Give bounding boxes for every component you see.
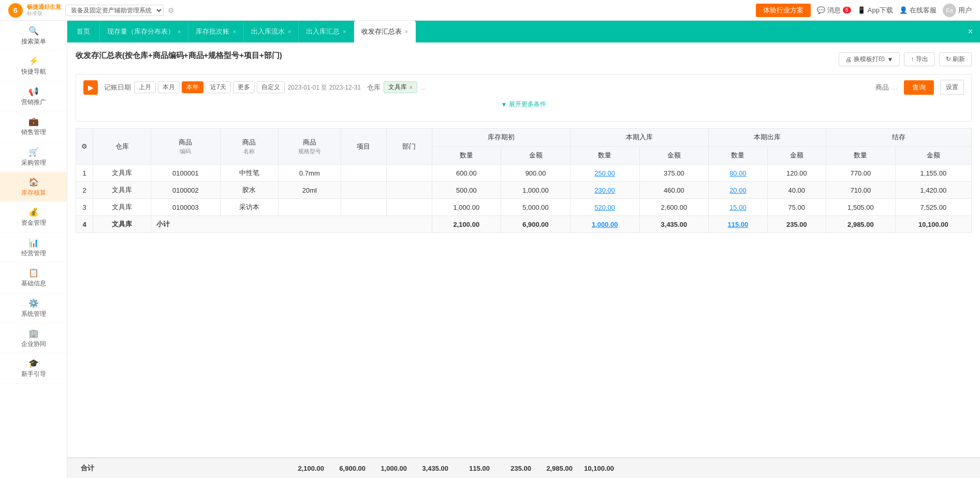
- tab-in-out-summary-close[interactable]: ×: [343, 28, 346, 35]
- data-table: ⚙ 仓库 商品编码 商品名称 商品规格型号 项目 部门 库存期初 本期入库 本期…: [76, 128, 972, 233]
- tab-recv-send-summary[interactable]: 收发存汇总表 ×: [354, 21, 416, 42]
- print-btn[interactable]: 🖨 换模板打印 ▼: [839, 52, 900, 66]
- goods-filter-dots[interactable]: ...: [892, 83, 898, 91]
- tab-in-out-summary[interactable]: 出入库汇总 ×: [299, 21, 354, 42]
- cell-in-amt: 460.00: [639, 182, 709, 199]
- warehouse-label: 仓库: [367, 83, 381, 92]
- sidebar-item-enterprise[interactable]: 🏢 企业协同: [0, 323, 67, 353]
- sidebar-item-quicknav[interactable]: ⚡ 快捷导航: [0, 51, 67, 81]
- cell-goods-code: 0100002: [151, 182, 221, 199]
- system-selector[interactable]: 装备及固定资产辅助管理系统: [65, 5, 164, 16]
- expand-conditions-btn[interactable]: ▼ 展开更多条件: [501, 100, 547, 109]
- table-row: 3 文具库 0100003 采访本 1,000.00 5,000.00 520.…: [76, 199, 972, 216]
- subtotal-balance-qty: 2,985.00: [826, 216, 896, 233]
- refresh-icon: ↻: [946, 55, 951, 63]
- tab-batch-accounts-close[interactable]: ×: [232, 28, 236, 35]
- settings-btn[interactable]: 设置: [940, 80, 964, 95]
- message-item[interactable]: 💬 消息 6: [817, 6, 851, 15]
- page-header-row: 收发存汇总表(按仓库+商品编码+商品+规格型号+项目+部门) 🖨 换模板打印 ▼…: [76, 51, 972, 68]
- date-btn-last-month[interactable]: 上月: [134, 81, 156, 93]
- date-filter-group: 记账日期 上月 本月 本年 近7天 更多 自定义 2023-01-01 至 20…: [104, 81, 361, 93]
- tab-bar-close-btn[interactable]: ×: [961, 27, 980, 36]
- tab-batch-accounts[interactable]: 库存批次账 ×: [188, 21, 243, 42]
- export-btn[interactable]: ↑ 导出: [904, 52, 934, 66]
- date-btn-more[interactable]: 更多: [233, 81, 255, 93]
- cell-balance-qty: 770.00: [826, 165, 896, 182]
- cell-in-qty[interactable]: 230.00: [570, 182, 639, 199]
- cell-opening-amt: 5,000.00: [501, 199, 571, 216]
- trial-btn[interactable]: 体验行业方案: [756, 4, 811, 17]
- cell-out-qty[interactable]: 15.00: [709, 199, 767, 216]
- print-label: 换模板打印: [854, 55, 885, 64]
- footer-balance-qty: 2,985.00: [531, 465, 573, 472]
- cell-no: 2: [76, 182, 93, 199]
- table-row: 2 文具库 0100002 胶水 20ml 500.00 1,000.00 23…: [76, 182, 972, 199]
- cell-in-qty[interactable]: 250.00: [570, 165, 639, 182]
- app-download-item[interactable]: 📱 App下载: [857, 6, 893, 15]
- sidebar-label-basic: 基础信息: [21, 280, 46, 287]
- date-btn-custom[interactable]: 自定义: [257, 81, 285, 93]
- cell-in-qty[interactable]: 520.00: [570, 199, 639, 216]
- message-label: 消息: [827, 6, 841, 15]
- th-goods-name: 商品名称: [220, 128, 278, 165]
- user-item[interactable]: Ea 用户: [943, 4, 972, 17]
- query-btn[interactable]: 查询: [904, 80, 934, 95]
- sidebar-item-basic[interactable]: 📋 基础信息: [0, 263, 67, 293]
- th-opening-qty: 数量: [432, 147, 501, 165]
- page-title: 收发存汇总表(按仓库+商品编码+商品+规格型号+项目+部门): [76, 51, 282, 61]
- sidebar-item-newbie[interactable]: 🎓 新手引导: [0, 353, 67, 383]
- sidebar-item-inventory[interactable]: 🏠 库存核算: [0, 172, 67, 202]
- cell-opening-amt: 1,000.00: [501, 182, 571, 199]
- basic-icon: 📋: [28, 268, 39, 278]
- warehouse-tag-close[interactable]: ×: [409, 84, 413, 91]
- cell-goods-spec: 20ml: [278, 182, 341, 199]
- system-header: 6 畅捷通好生意 标准版 装备及固定资产辅助管理系统 ⚙ 体验行业方案 💬 消息…: [0, 0, 980, 21]
- cell-goods-name: 胶水: [220, 182, 278, 199]
- message-badge: 6: [843, 7, 851, 13]
- tab-batch-accounts-label: 库存批次账: [196, 27, 229, 36]
- expand-row: ▼ 展开更多条件: [83, 95, 964, 116]
- warehouse-filter-dots[interactable]: ...: [420, 83, 426, 91]
- date-btn-this-month[interactable]: 本月: [158, 81, 180, 93]
- cell-goods-spec: 0.7mm: [278, 165, 341, 182]
- sidebar: 🔍 搜索菜单 ⚡ 快捷导航 📢 营销推广 💼 销售管理 🛒 采购管理 🏠: [0, 21, 67, 478]
- sidebar-item-operation[interactable]: 📊 经营管理: [0, 233, 67, 263]
- online-service-item[interactable]: 👤 在线客服: [899, 6, 937, 15]
- sidebar-item-marketing[interactable]: 📢 营销推广: [0, 81, 67, 111]
- sidebar-item-purchase[interactable]: 🛒 采购管理: [0, 142, 67, 172]
- tab-home[interactable]: 首页: [67, 21, 100, 42]
- enterprise-icon: 🏢: [28, 328, 39, 338]
- th-in-amt: 金额: [639, 147, 709, 165]
- user-initial: Ea: [946, 7, 953, 13]
- filter-toggle-btn[interactable]: ▶: [83, 80, 98, 95]
- refresh-btn[interactable]: ↻ 刷新: [939, 52, 972, 66]
- cell-out-amt: 120.00: [767, 165, 826, 182]
- date-btn-this-year[interactable]: 本年: [182, 81, 203, 93]
- cell-balance-amt: 7,525.00: [895, 199, 971, 216]
- page-content: 收发存汇总表(按仓库+商品编码+商品+规格型号+项目+部门) 🖨 换模板打印 ▼…: [67, 42, 980, 457]
- sidebar-item-sales[interactable]: 💼 销售管理: [0, 111, 67, 141]
- table-wrapper: ⚙ 仓库 商品编码 商品名称 商品规格型号 项目 部门 库存期初 本期入库 本期…: [76, 128, 972, 233]
- system-icon: ⚙️: [28, 298, 39, 308]
- tab-stock-dist-close[interactable]: ×: [178, 28, 181, 35]
- tab-recv-send-summary-close[interactable]: ×: [405, 28, 408, 35]
- cell-balance-qty: 710.00: [826, 182, 896, 199]
- date-btn-last-7[interactable]: 近7天: [206, 81, 231, 93]
- cell-out-amt: 75.00: [767, 199, 826, 216]
- sidebar-item-system[interactable]: ⚙️ 系统管理: [0, 293, 67, 323]
- cell-out-qty[interactable]: 20.00: [709, 182, 767, 199]
- tab-in-out-flow-close[interactable]: ×: [288, 28, 291, 35]
- subtotal-opening-qty: 2,100.00: [432, 216, 501, 233]
- sales-icon: 💼: [28, 117, 39, 126]
- subtotal-in-qty[interactable]: 1,000.00: [570, 216, 639, 233]
- tab-home-label: 首页: [77, 27, 90, 36]
- cell-opening-amt: 900.00: [501, 165, 571, 182]
- cell-out-qty[interactable]: 80.00: [709, 165, 767, 182]
- subtotal-out-qty[interactable]: 115.00: [709, 216, 767, 233]
- settings-icon[interactable]: ⚙: [168, 6, 174, 15]
- tab-stock-dist[interactable]: 现存量（库存分布表） ×: [100, 21, 188, 42]
- sidebar-item-finance[interactable]: 💰 资金管理: [0, 202, 67, 232]
- sidebar-item-search[interactable]: 🔍 搜索菜单: [0, 21, 67, 51]
- tab-in-out-flow[interactable]: 出入库流水 ×: [244, 21, 299, 42]
- footer-in-qty: 1,000.00: [365, 465, 407, 472]
